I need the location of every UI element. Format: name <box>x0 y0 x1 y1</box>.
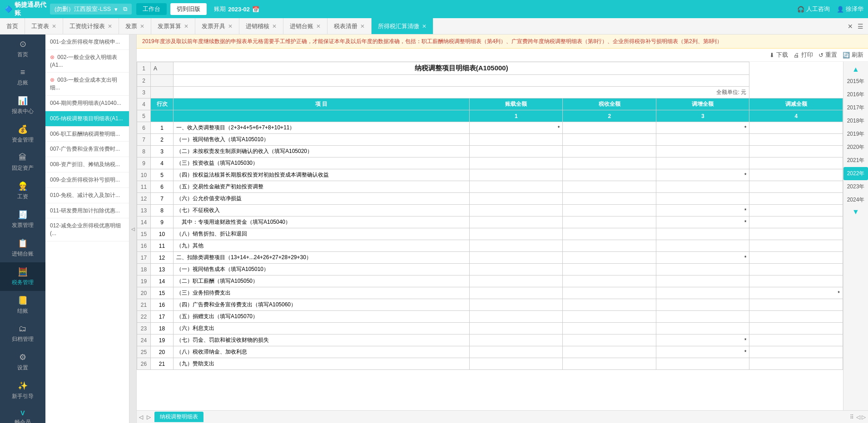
calendar-icon[interactable]: 📅 <box>252 6 259 13</box>
tab-income-tax[interactable]: 所得税汇算清缴 ✕ <box>372 18 433 34</box>
tab-close-icon[interactable]: ✕ <box>272 23 277 30</box>
spreadsheet-container[interactable]: 1 A 纳税调整项目明细表(A105000) 2 <box>137 62 843 410</box>
data-cell-4[interactable] <box>749 311 843 323</box>
data-cell-3[interactable] <box>656 287 749 299</box>
sub-sidebar-item-010[interactable]: 010-免税、减计收入及加计... <box>45 188 129 203</box>
data-cell-1[interactable] <box>469 311 563 323</box>
data-cell-2[interactable] <box>563 346 656 358</box>
data-cell-3[interactable] <box>656 134 749 146</box>
data-cell-2[interactable] <box>563 287 656 299</box>
company-selector[interactable]: (勿删）江西股室-LSS ▾ ⧉ <box>50 4 132 15</box>
data-cell-2[interactable] <box>563 181 656 193</box>
year-item-2018[interactable]: 2018年 <box>843 114 868 128</box>
data-cell-2[interactable] <box>563 146 656 157</box>
sidebar-item-beginner[interactable]: ✨ 新手引导 <box>0 376 45 405</box>
year-item-2020[interactable]: 2020年 <box>843 141 868 154</box>
sidebar-item-fixed-assets[interactable]: 🏛 固定资产 <box>0 148 45 177</box>
tab-tax-clear[interactable]: 税表清册 ✕ <box>327 18 372 34</box>
data-cell-4[interactable] <box>749 228 843 240</box>
data-cell-2[interactable] <box>563 323 656 334</box>
tab-close-icon[interactable]: ✕ <box>360 23 365 30</box>
tab-close-icon[interactable]: ✕ <box>184 23 188 30</box>
sidebar-item-general-ledger[interactable]: ≡ 总账 <box>0 63 45 91</box>
item-cell[interactable]: （七）罚金、罚款和被没收财物的损失 <box>174 334 470 346</box>
tab-payroll-report[interactable]: 工资统计报表 ✕ <box>63 18 119 34</box>
data-cell-3[interactable]: * <box>656 122 749 134</box>
line-num-cell[interactable]: 5 <box>151 169 174 181</box>
data-cell-1[interactable] <box>469 358 563 370</box>
data-cell-4[interactable] <box>749 252 843 264</box>
data-cell-2[interactable] <box>563 334 656 346</box>
print-button[interactable]: 🖨 打印 <box>794 51 813 59</box>
sub-sidebar-item-007[interactable]: 007-广告费和业务宣传费时... <box>45 142 129 157</box>
data-cell-1[interactable] <box>469 346 563 358</box>
sidebar-item-archive[interactable]: 🗂 归档管理 <box>0 320 45 348</box>
item-cell[interactable]: （四）广告费和业务宣传费支出（填写A105060） <box>174 299 470 311</box>
tab-invoice-calc[interactable]: 发票算算 ✕ <box>151 18 195 34</box>
year-item-2016[interactable]: 2016年 <box>843 88 868 101</box>
line-num-cell[interactable]: 19 <box>151 334 174 346</box>
data-cell-3[interactable] <box>656 240 749 252</box>
data-cell-2[interactable] <box>563 264 656 275</box>
data-cell-3[interactable] <box>656 157 749 169</box>
reset-button[interactable]: ↺ 重置 <box>818 51 837 59</box>
data-cell-4[interactable] <box>749 193 843 205</box>
data-cell-3[interactable] <box>656 193 749 205</box>
data-cell-3[interactable]: * <box>656 334 749 346</box>
data-cell-4[interactable] <box>749 157 843 169</box>
line-num-cell[interactable]: 16 <box>151 299 174 311</box>
data-cell-2[interactable] <box>563 311 656 323</box>
data-cell-1[interactable] <box>469 134 563 146</box>
data-cell-3[interactable] <box>656 358 749 370</box>
data-cell-1[interactable] <box>469 146 563 157</box>
item-cell[interactable]: 二、扣除类调整项目（13+14+...24+26+27+28+29+30） <box>174 252 470 264</box>
sub-sidebar-item-009[interactable]: 009-企业所得税弥补亏损明... <box>45 172 129 188</box>
sub-sidebar-item-008[interactable]: 008-资产折旧、摊销及纳税... <box>45 157 129 172</box>
data-cell-2[interactable] <box>563 252 656 264</box>
item-cell[interactable]: （八）销售折扣、折让和退回 <box>174 228 470 240</box>
data-cell-3[interactable] <box>656 228 749 240</box>
year-item-2019[interactable]: 2019年 <box>843 128 868 141</box>
line-num-cell[interactable]: 15 <box>151 287 174 299</box>
data-cell-1[interactable] <box>469 181 563 193</box>
data-cell-2[interactable] <box>563 275 656 287</box>
data-cell-1[interactable]: * <box>469 122 563 134</box>
data-cell-1[interactable] <box>469 275 563 287</box>
data-cell-1[interactable] <box>469 264 563 275</box>
tab-input-check[interactable]: 进销稽核 ✕ <box>239 18 283 34</box>
line-num-cell[interactable]: 10 <box>151 228 174 240</box>
sidebar-item-settings[interactable]: ⚙ 设置 <box>0 348 45 376</box>
item-cell[interactable]: （一）视同销售收入（填写A105010） <box>174 134 470 146</box>
data-cell-3[interactable]: * <box>656 216 749 228</box>
close-all-icon[interactable]: ✕ <box>848 23 853 30</box>
data-cell-1[interactable] <box>469 157 563 169</box>
data-cell-2[interactable] <box>563 134 656 146</box>
data-cell-4[interactable] <box>749 146 843 157</box>
tab-payroll[interactable]: 工资表 ✕ <box>25 18 63 34</box>
data-cell-4[interactable] <box>749 275 843 287</box>
data-cell-2[interactable] <box>563 358 656 370</box>
data-cell-1[interactable] <box>469 228 563 240</box>
line-num-cell[interactable]: 7 <box>151 193 174 205</box>
data-cell-2[interactable] <box>563 193 656 205</box>
year-nav-up-button[interactable]: ▲ <box>851 64 861 75</box>
data-cell-3[interactable]: * <box>656 205 749 216</box>
item-cell[interactable]: （三）投资收益（填写A105030） <box>174 157 470 169</box>
sidebar-item-report-center[interactable]: 📊 报表中心 <box>0 91 45 120</box>
item-cell[interactable]: （九）其他 <box>174 240 470 252</box>
item-cell[interactable]: （五）捐赠支出（填写A105070） <box>174 311 470 323</box>
line-num-cell[interactable]: 20 <box>151 346 174 358</box>
item-cell[interactable]: （六）公允价值变动净损益 <box>174 193 470 205</box>
workbench-button[interactable]: 工作台 <box>136 3 167 15</box>
year-nav-down-button[interactable]: ▼ <box>851 207 861 217</box>
item-cell[interactable]: （二）未按权责发生制原则确认的收入（填写A105020） <box>174 146 470 157</box>
tab-input-ledger[interactable]: 进销台账 ✕ <box>283 18 327 34</box>
data-cell-2[interactable] <box>563 169 656 181</box>
data-cell-1[interactable] <box>469 323 563 334</box>
year-item-2023[interactable]: 2023年 <box>843 180 868 193</box>
sub-sidebar-item-011[interactable]: 011-研发费用加计扣除优惠... <box>45 203 129 219</box>
data-cell-1[interactable] <box>469 252 563 264</box>
year-item-2015[interactable]: 2015年 <box>843 75 868 88</box>
user-menu[interactable]: 👤 徐泽华 <box>837 5 863 13</box>
item-cell[interactable]: 一、收入类调整项目（2+3+4+5+6+7+8+10+11） <box>174 122 470 134</box>
